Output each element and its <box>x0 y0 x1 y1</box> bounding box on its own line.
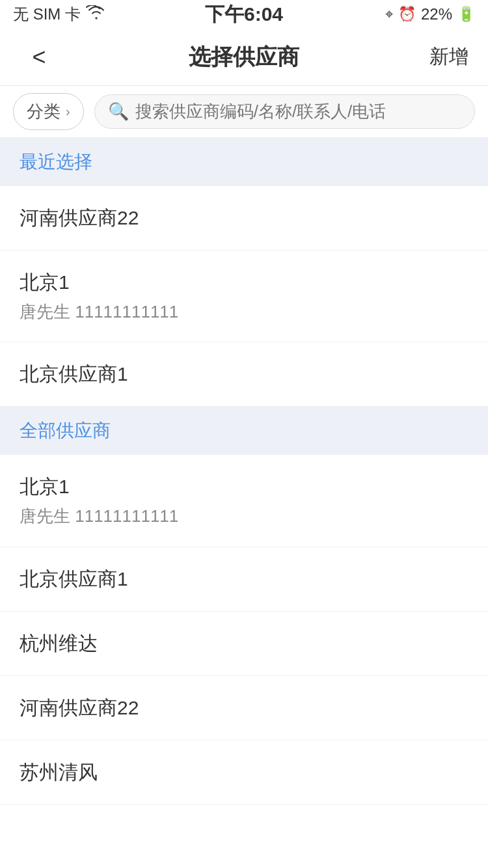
location-icon: ⌖ <box>385 6 393 23</box>
all-section-header: 全部供应商 <box>0 407 488 455</box>
status-right: ⌖ ⏰ 22% 🔋 <box>385 5 475 23</box>
supplier-contact: 唐先生 11111111111 <box>20 300 468 323</box>
supplier-name: 北京1 <box>20 269 468 296</box>
supplier-contact: 唐先生 11111111111 <box>20 504 468 528</box>
nav-bar: < 选择供应商 新增 <box>0 29 488 86</box>
page-title: 选择供应商 <box>189 42 299 72</box>
all-list: 北京1唐先生 11111111111北京供应商1杭州维达河南供应商22苏州清风 <box>0 455 488 804</box>
wifi-icon <box>86 5 107 23</box>
list-item[interactable]: 河南供应商22 <box>0 186 488 251</box>
category-filter[interactable]: 分类 › <box>13 93 84 130</box>
search-input[interactable] <box>135 102 461 122</box>
battery-text: 22% <box>421 5 452 23</box>
recent-section-header: 最近选择 <box>0 138 488 186</box>
list-item[interactable]: 北京供应商1 <box>0 342 488 407</box>
status-bar: 无 SIM 卡 下午6:04 ⌖ ⏰ 22% 🔋 <box>0 0 488 29</box>
search-icon: 🔍 <box>108 102 129 122</box>
filter-bar: 分类 › 🔍 <box>0 86 488 138</box>
supplier-name: 河南供应商22 <box>20 204 468 232</box>
back-button[interactable]: < <box>20 38 59 77</box>
list-item[interactable]: 北京1唐先生 11111111111 <box>0 251 488 342</box>
supplier-name: 北京1 <box>20 473 468 500</box>
list-item[interactable]: 河南供应商22 <box>0 676 488 740</box>
list-item[interactable]: 北京供应商1 <box>0 547 488 612</box>
supplier-name: 杭州维达 <box>20 630 468 657</box>
alarm-icon: ⏰ <box>398 6 416 23</box>
add-button[interactable]: 新增 <box>429 44 468 70</box>
list-item[interactable]: 苏州清风 <box>0 740 488 805</box>
supplier-name: 北京供应商1 <box>20 565 468 593</box>
search-box[interactable]: 🔍 <box>94 94 475 129</box>
category-label: 分类 <box>27 100 61 123</box>
carrier-text: 无 SIM 卡 <box>13 4 81 25</box>
supplier-name: 苏州清风 <box>20 759 468 786</box>
list-item[interactable]: 杭州维达 <box>0 612 488 676</box>
supplier-name: 北京供应商1 <box>20 360 468 388</box>
status-time: 下午6:04 <box>205 1 283 28</box>
chevron-right-icon: › <box>66 104 70 119</box>
list-item[interactable]: 北京1唐先生 11111111111 <box>0 455 488 547</box>
battery-icon: 🔋 <box>457 6 475 23</box>
recent-list: 河南供应商22北京1唐先生 11111111111北京供应商1 <box>0 186 488 407</box>
supplier-name: 河南供应商22 <box>20 694 468 722</box>
status-left: 无 SIM 卡 <box>13 4 107 25</box>
